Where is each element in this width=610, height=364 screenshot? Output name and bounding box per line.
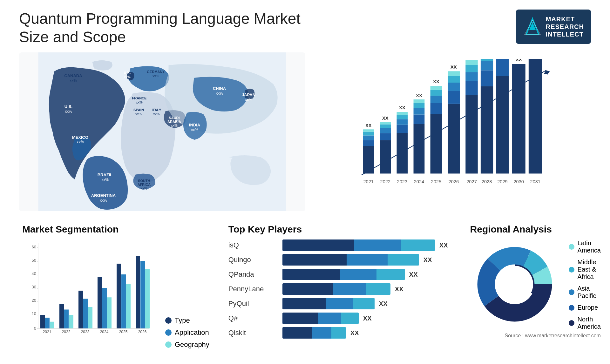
svg-text:XX: XX	[516, 59, 522, 62]
player-name: PennyLane	[228, 285, 279, 293]
player-bar	[282, 283, 390, 295]
svg-rect-62	[413, 108, 424, 115]
svg-text:XX: XX	[382, 116, 389, 121]
svg-text:10: 10	[32, 311, 36, 316]
svg-text:JAPAN: JAPAN	[242, 92, 255, 97]
na-dot	[569, 320, 574, 326]
svg-rect-99	[512, 64, 525, 174]
svg-rect-53	[396, 133, 408, 173]
segmentation-chart: 0 10 20 30 40 50 60	[22, 239, 209, 349]
svg-text:SAUDI: SAUDI	[169, 116, 180, 120]
svg-rect-141	[136, 256, 140, 328]
svg-rect-134	[102, 288, 107, 329]
svg-rect-78	[448, 71, 460, 76]
bottom-row: Market Segmentation 0 10 20 30	[19, 221, 591, 354]
na-label: North America	[578, 316, 601, 330]
geography-label: Geography	[175, 340, 209, 349]
player-value: XX	[409, 271, 418, 278]
svg-rect-76	[448, 83, 460, 91]
svg-rect-83	[465, 72, 478, 81]
svg-rect-54	[396, 125, 408, 133]
svg-rect-67	[430, 114, 442, 174]
world-map: CANADA xx% U.S. xx% MEXICO xx% BRAZIL xx…	[19, 52, 305, 211]
svg-text:xx%: xx%	[124, 75, 131, 79]
svg-rect-139	[126, 284, 131, 328]
svg-text:xx%: xx%	[136, 100, 143, 104]
source-text: Source : www.marketresearchintellect.com	[470, 333, 601, 339]
svg-rect-69	[430, 96, 442, 103]
svg-rect-125	[59, 304, 64, 329]
svg-rect-48	[380, 128, 391, 133]
svg-rect-57	[396, 112, 408, 115]
svg-rect-56	[396, 115, 408, 119]
svg-rect-126	[64, 310, 69, 329]
player-name: Quingo	[228, 256, 279, 264]
region-legend: Latin America Middle East &Africa Asia P…	[569, 239, 601, 330]
svg-rect-121	[40, 315, 45, 329]
svg-text:60: 60	[32, 245, 36, 249]
svg-rect-137	[117, 264, 121, 328]
svg-text:2025: 2025	[119, 330, 128, 334]
svg-rect-96	[496, 59, 509, 76]
svg-text:xx%: xx%	[77, 140, 84, 144]
player-name: Qiskit	[228, 329, 279, 337]
legend-type: Type	[165, 316, 209, 325]
svg-text:INDIA: INDIA	[189, 123, 200, 127]
svg-text:xx%: xx%	[245, 98, 252, 102]
svg-text:AFRICA: AFRICA	[138, 183, 151, 186]
svg-text:2026: 2026	[448, 179, 459, 184]
bar-chart-svg: XX 2021 XX 2022	[324, 59, 585, 195]
apac-dot	[569, 289, 574, 295]
player-value: XX	[395, 286, 403, 293]
donut-wrap: Latin America Middle East &Africa Asia P…	[470, 239, 601, 330]
svg-rect-129	[78, 291, 83, 328]
svg-rect-40	[363, 140, 374, 146]
svg-text:xx%: xx%	[70, 78, 77, 83]
svg-text:2026: 2026	[138, 330, 147, 334]
svg-text:2024: 2024	[100, 330, 109, 334]
bar-segment-2	[354, 239, 401, 251]
header: Quantum Programming Language Market Size…	[19, 10, 591, 46]
svg-text:xx%: xx%	[171, 124, 178, 127]
player-name: PyQuil	[228, 300, 279, 308]
svg-rect-122	[45, 318, 50, 328]
region-apac: Asia Pacific	[569, 285, 601, 300]
svg-rect-70	[430, 90, 442, 96]
player-bar-wrap: XX	[282, 254, 448, 266]
svg-rect-123	[50, 322, 54, 328]
svg-rect-74	[448, 104, 460, 174]
svg-rect-143	[145, 269, 150, 329]
latin-label: Latin America	[578, 239, 601, 254]
player-value: XX	[350, 329, 359, 337]
bar-chart-container: XX 2021 XX 2022	[318, 52, 591, 211]
player-bar	[282, 298, 375, 309]
svg-text:XX: XX	[451, 64, 457, 70]
apac-label: Asia Pacific	[578, 285, 601, 300]
svg-text:2031: 2031	[530, 179, 541, 184]
svg-text:2028: 2028	[482, 179, 492, 184]
segmentation-title: Market Segmentation	[22, 224, 209, 235]
svg-rect-130	[83, 299, 88, 329]
svg-text:CANADA: CANADA	[64, 73, 82, 78]
svg-text:XX: XX	[365, 123, 372, 128]
segmentation-section: Market Segmentation 0 10 20 30	[19, 221, 213, 354]
svg-text:xx%: xx%	[135, 112, 142, 116]
svg-rect-55	[396, 119, 408, 125]
region-europe: Europe	[569, 304, 601, 311]
svg-text:2027: 2027	[466, 179, 477, 184]
svg-text:ARABIA: ARABIA	[167, 120, 181, 124]
svg-rect-42	[363, 132, 374, 136]
page: Quantum Programming Language Market Size…	[0, 0, 610, 364]
svg-text:2021: 2021	[363, 179, 374, 184]
europe-dot	[569, 305, 574, 311]
latin-dot	[569, 244, 574, 250]
type-label: Type	[175, 316, 190, 325]
svg-rect-91	[481, 59, 493, 61]
europe-label: Europe	[578, 304, 598, 311]
bar-segment-3	[401, 239, 435, 251]
svg-text:xx%: xx%	[216, 91, 223, 96]
svg-text:0: 0	[34, 326, 36, 331]
svg-text:xx%: xx%	[152, 74, 159, 78]
svg-text:xx%: xx%	[153, 112, 160, 116]
top-row: CANADA xx% U.S. xx% MEXICO xx% BRAZIL xx…	[19, 52, 591, 211]
